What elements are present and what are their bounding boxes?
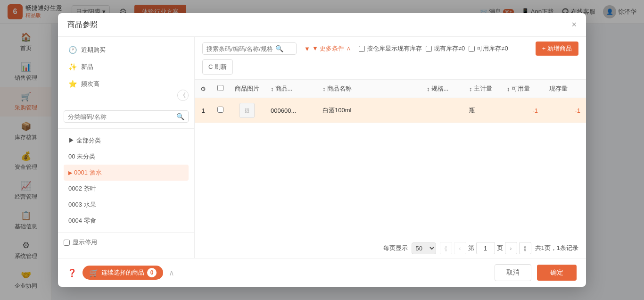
recent-icon: 🕐	[68, 46, 77, 54]
cart-count-badge: 0	[147, 268, 157, 277]
frequent-icon: ⭐	[68, 80, 77, 88]
select-all-checkbox[interactable]	[217, 85, 223, 91]
category-item-0004[interactable]: 0004 零食	[64, 213, 189, 229]
gear-icon[interactable]: ⚙	[200, 85, 206, 92]
category-search-input[interactable]	[68, 113, 173, 120]
product-table-area: ⚙ 商品图片	[195, 80, 586, 238]
modal-body: 🕐 近期购买 ✨ 新品 ⭐ 频次高	[58, 37, 586, 258]
category-0002-label: 0002 茶叶	[68, 184, 96, 193]
collapse-footer-icon[interactable]: ∧	[169, 268, 174, 277]
col-code[interactable]: ↕ 商品...	[265, 80, 317, 98]
row-avail: -1	[501, 98, 544, 123]
modal-title: 商品参照	[67, 20, 98, 30]
row-checkbox-cell[interactable]	[212, 98, 229, 123]
row-name: 白酒100ml	[317, 98, 421, 123]
show-disabled-label[interactable]: 显示停用	[73, 238, 97, 247]
page-number-input[interactable]	[476, 242, 495, 254]
right-panel: 🔍 ▼ ▼ 更多条件 ∧ 按仓库显示现有库存	[195, 37, 586, 258]
row-stock: -1	[544, 98, 586, 123]
page-size-select[interactable]: 50 20 100	[412, 242, 436, 254]
by-warehouse-filter[interactable]: 按仓库显示现有库存	[359, 44, 422, 53]
collapse-panel-button[interactable]: 《	[177, 90, 189, 101]
col-spec[interactable]: ↕ 规格...	[421, 80, 463, 98]
confirm-button[interactable]: 确定	[537, 265, 577, 281]
add-product-btn[interactable]: + 新增商品	[536, 42, 578, 56]
category-item-0003[interactable]: 0003 水果	[64, 197, 189, 213]
page-unit: 页	[497, 244, 503, 252]
tab-new-label: 新品	[81, 63, 93, 71]
page-label: 第	[468, 244, 474, 252]
product-table: ⚙ 商品图片	[195, 80, 586, 123]
table-row[interactable]: 1 🖼	[195, 98, 586, 123]
category-item-all[interactable]: ▶ 全部分类	[64, 133, 189, 149]
pagination-bar: 每页显示 50 20 100 ⟪ ‹ 第 页	[195, 238, 586, 258]
product-search-icon[interactable]: 🔍	[275, 45, 283, 52]
category-search-box: 🔍	[64, 110, 189, 123]
cancel-button[interactable]: 取消	[495, 264, 531, 281]
more-filter-label: ▼ 更多条件 ∧	[312, 44, 351, 53]
tab-frequent-label: 频次高	[81, 80, 99, 88]
modal-footer: ❓ 🛒 连续选择的商品 0 ∧ 取消 确定	[58, 258, 586, 287]
tab-recent-label: 近期购买	[81, 46, 106, 54]
category-list: ▶ 全部分类 00 未分类 ▶ 0001 酒水 0002 茶叶	[58, 133, 194, 232]
row-unit: 瓶	[463, 98, 501, 123]
refresh-btn[interactable]: C 刷新	[202, 59, 233, 75]
col-checkbox	[212, 80, 229, 98]
first-page-btn[interactable]: ⟪	[440, 242, 452, 254]
product-search-input[interactable]	[206, 45, 272, 52]
cart-area[interactable]: 🛒 连续选择的商品 0	[83, 266, 163, 280]
usable-stock-filter[interactable]: 可用库存≠0	[469, 44, 508, 53]
row-image-cell: 🖼	[229, 98, 265, 123]
usable-stock-checkbox[interactable]	[469, 46, 475, 52]
category-item-0002[interactable]: 0002 茶叶	[64, 181, 189, 197]
product-search-box: 🔍	[202, 42, 297, 55]
filter-icon: ▼	[304, 45, 310, 52]
col-stock[interactable]: 现存量	[544, 80, 586, 98]
category-item-00[interactable]: 00 未分类	[64, 149, 189, 165]
cart-icon: 🛒	[89, 268, 99, 277]
show-disabled-checkbox[interactable]	[64, 240, 70, 246]
product-thumbnail: 🖼	[239, 103, 255, 118]
left-tabs: 🕐 近期购买 ✨ 新品 ⭐ 频次高	[58, 42, 194, 92]
left-panel: 🕐 近期购买 ✨ 新品 ⭐ 频次高	[58, 37, 195, 258]
category-all-label: ▶ 全部分类	[68, 136, 101, 145]
last-page-btn[interactable]: ⟫	[519, 242, 531, 254]
help-icon[interactable]: ❓	[67, 268, 77, 277]
right-toolbar: 🔍 ▼ ▼ 更多条件 ∧ 按仓库显示现有库存	[195, 37, 586, 80]
modal-close-button[interactable]: ×	[571, 20, 577, 30]
row-seq: 1	[195, 98, 212, 123]
row-select-checkbox[interactable]	[217, 107, 223, 113]
col-settings: ⚙	[195, 80, 212, 98]
page-nav: ⟪ ‹ 第 页 › ⟫	[440, 242, 531, 254]
col-name[interactable]: ↕ 商品名称	[317, 80, 421, 98]
page-size-label: 每页显示	[383, 244, 408, 252]
category-search-icon[interactable]: 🔍	[176, 113, 184, 120]
tab-recent-purchase[interactable]: 🕐 近期购买	[64, 42, 189, 58]
col-image: 商品图片	[229, 80, 265, 98]
category-item-0001[interactable]: ▶ 0001 酒水	[64, 165, 189, 181]
category-0004-label: 0004 零食	[68, 217, 96, 225]
table-header-row: ⚙ 商品图片	[195, 80, 586, 98]
col-avail[interactable]: ↕ 可用量	[501, 80, 544, 98]
category-0003-label: 0003 水果	[68, 200, 96, 209]
category-arrow-icon: ▶	[68, 170, 72, 176]
more-filter-btn[interactable]: ▼ ▼ 更多条件 ∧	[300, 42, 355, 55]
new-icon: ✨	[68, 63, 77, 71]
modal-overlay: 商品参照 × 🕐 近期购买 ✨	[0, 0, 644, 300]
col-unit[interactable]: ↕ 主计量	[463, 80, 501, 98]
prev-page-btn[interactable]: ‹	[454, 242, 466, 254]
show-disabled-row: 显示停用	[58, 232, 194, 252]
category-00-label: 00 未分类	[68, 152, 95, 161]
by-warehouse-checkbox[interactable]	[359, 46, 365, 52]
category-item-0005[interactable]: 0005 饮料	[64, 229, 189, 232]
modal-header: 商品参照 ×	[58, 13, 586, 37]
tab-frequent[interactable]: ⭐ 频次高	[64, 76, 189, 92]
row-code: 000600...	[265, 98, 317, 123]
has-stock-filter[interactable]: 现有库存≠0	[426, 44, 465, 53]
product-reference-modal: 商品参照 × 🕐 近期购买 ✨	[58, 13, 586, 287]
has-stock-checkbox[interactable]	[426, 46, 432, 52]
tab-new-products[interactable]: ✨ 新品	[64, 59, 189, 75]
image-icon: 🖼	[245, 108, 249, 113]
row-spec	[421, 98, 463, 123]
next-page-btn[interactable]: ›	[505, 242, 517, 254]
